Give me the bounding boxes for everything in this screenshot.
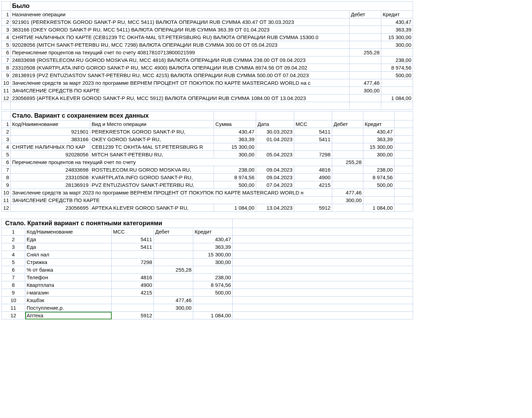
cell-credit[interactable]: 1 084,00 <box>193 312 233 319</box>
cell-debit[interactable] <box>332 143 363 151</box>
cell-credit[interactable]: 1 084,00 <box>381 94 413 102</box>
table-row[interactable]: 724833698 (ROSTELECOM.RU GOROD MOSKVA RU… <box>2 56 413 64</box>
cell-code[interactable]: Поступление,р. <box>25 304 112 312</box>
cell-credit[interactable]: 238,00 <box>381 56 413 64</box>
cell-debit[interactable] <box>154 236 193 243</box>
cell-debit[interactable]: 255,28 <box>349 49 381 56</box>
cell-operation[interactable]: 28136919 (PVZ ENTUZIASTOV SANKT-PETERBU … <box>11 72 349 79</box>
cell-debit[interactable] <box>349 94 381 102</box>
cell-date[interactable]: 09.04.2023 <box>256 166 294 174</box>
cell-code[interactable]: Кэшбэк <box>25 297 112 304</box>
cell-code[interactable]: 24833698 <box>11 166 90 174</box>
cell-code[interactable]: ЗАЧИСЛЕНИЕ СРЕДСТВ ПО КАРТЕ <box>11 197 332 204</box>
cell-sum[interactable]: 500,00 <box>214 181 256 189</box>
table-row[interactable]: 4СНЯТИЕ НАЛИЧНЫХ ПО КАРCEB1239 TC OKHTA-… <box>2 143 413 151</box>
table-row[interactable]: 1223056695 (APTEKA KLEVER GOROD SANKT-P … <box>2 94 413 102</box>
cell-credit[interactable]: 500,00 <box>193 289 233 297</box>
cell-mcc[interactable]: 5411 <box>112 243 154 251</box>
cell-code[interactable]: 23310508 <box>11 174 90 181</box>
cell-credit[interactable] <box>193 266 233 274</box>
cell-sum[interactable]: 238,00 <box>214 166 256 174</box>
cell-debit[interactable]: 477,46 <box>154 297 193 304</box>
table-row[interactable]: 9i-магазин4215500,00 <box>2 289 413 297</box>
cell-credit[interactable] <box>363 158 394 166</box>
cell-code[interactable]: СНЯТИЕ НАЛИЧНЫХ ПО КАР <box>11 143 90 151</box>
cell-credit[interactable]: 363,39 <box>363 136 394 143</box>
cell-debit[interactable] <box>332 151 363 158</box>
cell-debit[interactable] <box>332 166 363 174</box>
cell-credit[interactable] <box>381 79 413 87</box>
cell-operation[interactable]: 921901 (PEREKRESTOK GOROD SANKT-P RU, MC… <box>11 18 349 26</box>
cell-code[interactable]: Телефон <box>25 274 112 281</box>
cell-credit[interactable] <box>363 189 394 197</box>
cell-place[interactable]: APTEKA KLEVER GOROD SANKT-P RU, <box>90 204 214 212</box>
cell-mcc[interactable]: 4215 <box>294 181 332 189</box>
cell-place[interactable]: MITCH SANKT-PETERBU RU, <box>90 151 214 158</box>
cell-debit[interactable] <box>332 136 363 143</box>
cell-debit[interactable] <box>349 18 381 26</box>
cell-sum[interactable]: 300,00 <box>214 151 256 158</box>
cell-credit[interactable]: 300,00 <box>363 151 394 158</box>
cell-operation[interactable]: Зачисление средств за март 2023 по прогр… <box>11 79 349 87</box>
cell-place[interactable]: PVZ ENTUZIASTOV SANKT-PETERBU RU, <box>90 181 214 189</box>
cell-mcc[interactable] <box>112 266 154 274</box>
table-row[interactable]: 6Перечисление процентов на текущий счет … <box>2 49 413 56</box>
table-row[interactable]: 8Квартплата49008 974,56 <box>2 281 413 289</box>
table-row[interactable]: 4Снял нал15 300,00 <box>2 251 413 258</box>
cell-code[interactable]: Еда <box>25 243 112 251</box>
cell-mcc[interactable]: 4900 <box>294 174 332 181</box>
cell-mcc[interactable]: 4816 <box>294 166 332 174</box>
cell-credit[interactable]: 300,00 <box>381 41 413 49</box>
cell-sum[interactable]: 8 974,56 <box>214 174 256 181</box>
table-row[interactable]: 2921901 (PEREKRESTOK GOROD SANKT-P RU, M… <box>2 18 413 26</box>
table-row[interactable]: 724833698ROSTELECOM.RU GOROD MOSKVA RU,2… <box>2 166 413 174</box>
cell-date[interactable]: 13.04.2023 <box>256 204 294 212</box>
cell-mcc[interactable] <box>112 297 154 304</box>
table-row[interactable]: 592028056 (MITCH SANKT-PETERBU RU, MCC 7… <box>2 41 413 49</box>
cell-operation[interactable]: 383166 (OKEY GOROD SANKT-P RU, MCC 5411)… <box>11 26 349 34</box>
cell-debit[interactable] <box>154 281 193 289</box>
cell-date[interactable]: 05.04.2023 <box>256 151 294 158</box>
cell-mcc[interactable]: 7298 <box>294 151 332 158</box>
cell-code[interactable]: Квартплата <box>25 281 112 289</box>
cell-mcc[interactable]: 4816 <box>112 274 154 281</box>
cell-sum[interactable]: 15 300,00 <box>214 143 256 151</box>
cell-credit[interactable]: 300,00 <box>193 258 233 266</box>
cell-credit[interactable] <box>381 49 413 56</box>
cell-operation[interactable]: ЗАЧИСЛЕНИЕ СРЕДСТВ ПО КАРТЕ <box>11 87 349 94</box>
cell-credit[interactable]: 238,00 <box>363 166 394 174</box>
cell-code[interactable]: 383166 <box>11 136 90 143</box>
cell-mcc[interactable]: 5411 <box>294 128 332 136</box>
cell-mcc[interactable] <box>112 251 154 258</box>
cell-debit[interactable] <box>154 289 193 297</box>
cell-credit[interactable]: 238,00 <box>193 274 233 281</box>
cell-credit[interactable] <box>381 87 413 94</box>
table-row[interactable]: 3Еда5411363,39 <box>2 243 413 251</box>
cell-code[interactable]: 28136919 <box>11 181 90 189</box>
cell-place[interactable]: PEREKRESTOK GOROD SANKT-P RU, <box>90 128 214 136</box>
cell-mcc[interactable]: 7298 <box>112 258 154 266</box>
cell-debit[interactable]: 300,00 <box>332 197 363 204</box>
cell-debit[interactable] <box>349 72 381 79</box>
cell-code[interactable]: Перечисление процентов на текущий счет п… <box>11 158 332 166</box>
cell-debit[interactable] <box>332 181 363 189</box>
cell-credit[interactable]: 8 974,56 <box>381 64 413 72</box>
cell-debit[interactable] <box>154 258 193 266</box>
table-row[interactable]: 823310508 (KVARTPLATA.INFO GOROD SANKT-P… <box>2 64 413 72</box>
cell-code[interactable]: Зачисление средств за март 2023 по прогр… <box>11 189 332 197</box>
cell-code[interactable]: i-магазин <box>25 289 112 297</box>
cell-mcc[interactable]: 5912 <box>294 204 332 212</box>
cell-mcc[interactable]: 5912 <box>112 312 154 319</box>
cell-debit[interactable] <box>332 128 363 136</box>
cell-mcc[interactable] <box>294 143 332 151</box>
cell-code[interactable]: 921901 <box>11 128 90 136</box>
cell-code[interactable]: 23056695 <box>11 204 90 212</box>
cell-credit[interactable]: 430,47 <box>381 18 413 26</box>
cell-operation[interactable]: Перечисление процентов на текущий счет п… <box>11 49 349 56</box>
table-row[interactable]: 928136919PVZ ENTUZIASTOV SANKT-PETERBU R… <box>2 181 413 189</box>
cell-credit[interactable] <box>363 197 394 204</box>
cell-credit[interactable]: 500,00 <box>363 181 394 189</box>
table-row[interactable]: 592028056MITCH SANKT-PETERBU RU,300,0005… <box>2 151 413 158</box>
table-row[interactable]: 2921901PEREKRESTOK GOROD SANKT-P RU,430,… <box>2 128 413 136</box>
cell-date[interactable]: 09.04.2023 <box>256 174 294 181</box>
